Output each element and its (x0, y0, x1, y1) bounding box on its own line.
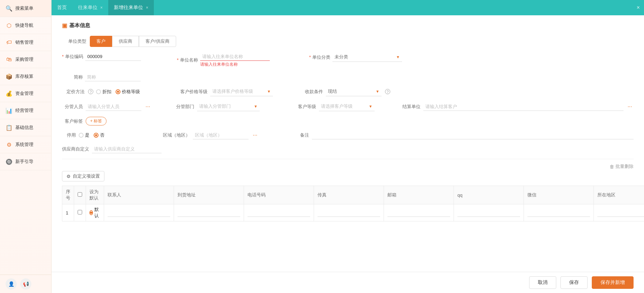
contact-table: 序号 设为默认 联系人 到货地址 电话号码 传真 邮箱 qq 微信 所在地区 操… (62, 186, 644, 221)
tab-bar: 首页 往来单位 × 新增往来单位 × × (52, 0, 644, 15)
payment-terms-select[interactable]: 现结 ▼ (326, 87, 382, 96)
cell-default: 默认 (86, 204, 104, 221)
cell-address[interactable] (174, 204, 244, 221)
row-checkbox[interactable] (78, 210, 82, 214)
sidebar-item-system[interactable]: ⚙ 系统管理 (0, 136, 51, 153)
supplier-custom-input[interactable] (92, 145, 162, 153)
form-content: ▣ 基本信息 单位类型 客户 供应商 客户/供应商 单位编码 (52, 15, 644, 272)
cell-qq[interactable] (454, 204, 524, 221)
settings-bottom-icon[interactable]: 📢 (20, 278, 31, 290)
supervisor-more-btn[interactable]: ··· (144, 104, 151, 110)
sidebar-item-search[interactable]: 🔍 搜索菜单 (0, 0, 51, 17)
tab-partners-close[interactable]: × (100, 5, 103, 10)
unit-type-both[interactable]: 客户/供应商 (139, 36, 176, 47)
sidebar-item-inventory[interactable]: 📦 库存核算 (0, 68, 51, 85)
cell-checkbox[interactable] (74, 204, 86, 221)
guide-icon: 🔘 (6, 158, 13, 165)
table-row: 1 默认 (62, 204, 644, 221)
disabled-yes[interactable]: 是 (79, 132, 89, 138)
sidebar-item-basic-info[interactable]: 📋 基础信息 (0, 119, 51, 136)
price-level-chevron-icon: ▼ (267, 89, 271, 93)
sidebar-item-purchase[interactable]: 🛍 采购管理 (0, 51, 51, 68)
save-new-button[interactable]: 保存并新增 (592, 276, 634, 289)
pricing-discount[interactable]: 折扣 (96, 89, 111, 95)
supervisor-row: 分管人员 ··· 分管部门 请输入分管部门 ▼ 客户等级 请选择客户等级 ▼ (62, 102, 634, 111)
cell-region[interactable] (594, 204, 644, 221)
disabled-label: 停用 (62, 132, 76, 138)
col-checkbox[interactable] (74, 186, 86, 204)
yes-radio[interactable] (79, 133, 84, 138)
tab-home[interactable]: 首页 (52, 0, 72, 15)
qq-input[interactable] (457, 209, 520, 217)
supervisor-input[interactable] (86, 103, 141, 111)
abbr-input[interactable] (85, 73, 141, 81)
user-avatar[interactable]: 👤 (6, 278, 17, 290)
disabled-no[interactable]: 否 (94, 132, 104, 138)
discount-radio[interactable] (96, 89, 101, 94)
pricing-level[interactable]: 价格等级 (116, 89, 140, 95)
tab-new-partner[interactable]: 新增往来单位 × (108, 0, 154, 15)
save-button[interactable]: 保存 (560, 276, 588, 289)
sales-icon: 🏷 (6, 39, 13, 46)
fax-input[interactable] (317, 209, 380, 217)
disabled-field: 停用 是 否 (62, 132, 152, 138)
customer-level-label: 客户等级 (295, 104, 316, 110)
cell-email[interactable] (384, 204, 454, 221)
table-header-row: 序号 设为默认 联系人 到货地址 电话号码 传真 邮箱 qq 微信 所在地区 操… (62, 186, 644, 204)
supplier-custom-field: 供应商自定义 (62, 145, 201, 153)
customer-level-select[interactable]: 请选择客户等级 ▼ (319, 102, 375, 111)
tab-new-partner-close[interactable]: × (146, 5, 148, 10)
cell-phone[interactable] (244, 204, 314, 221)
col-email: 邮箱 (384, 186, 454, 204)
dept-select[interactable]: 请输入分管部门 ▼ (197, 102, 260, 111)
pricing-help-icon[interactable]: ? (88, 89, 93, 94)
unit-type-supplier[interactable]: 供应商 (112, 36, 139, 47)
sidebar-item-quick-nav[interactable]: ⬡ 快捷导航 (0, 17, 51, 34)
contact-input[interactable] (108, 209, 170, 217)
finance-icon: 💰 (6, 90, 13, 97)
email-input[interactable] (387, 209, 450, 217)
default-radio[interactable] (89, 210, 93, 215)
section-title: ▣ 基本信息 (62, 22, 634, 29)
supplier-custom-row: 供应商自定义 (62, 145, 634, 153)
cancel-button[interactable]: 取消 (529, 276, 556, 289)
region-cell-input[interactable] (597, 209, 644, 217)
cell-contact[interactable] (104, 204, 174, 221)
unit-code-input[interactable] (85, 52, 141, 61)
unit-name-input[interactable] (200, 52, 270, 61)
region-input[interactable] (193, 131, 249, 139)
unit-type-customer[interactable]: 客户 (90, 36, 112, 47)
settlement-unit-input[interactable] (423, 103, 623, 111)
batch-delete-btn[interactable]: 🗑 批量删除 (610, 163, 634, 170)
region-more-btn[interactable]: ··· (251, 132, 259, 138)
sidebar-item-operations[interactable]: 📊 经营管理 (0, 102, 51, 119)
unit-category-field: 单位分类 未分类 ▼ (309, 52, 421, 62)
sidebar-item-sales[interactable]: 🏷 销售管理 (0, 34, 51, 51)
wechat-input[interactable] (527, 209, 590, 217)
note-input[interactable] (312, 131, 634, 139)
tab-partners[interactable]: 往来单位 × (72, 0, 108, 15)
footer: 取消 保存 保存并新增 (52, 272, 644, 293)
level-radio[interactable] (116, 89, 120, 94)
cell-seq: 1 (62, 204, 74, 221)
select-all-checkbox[interactable] (78, 192, 82, 197)
payment-help-icon[interactable]: ? (385, 89, 390, 94)
custom-settings-btn[interactable]: ⚙ 自定义项设置 (62, 171, 104, 181)
add-tag-btn[interactable]: + 标签 (86, 117, 107, 125)
default-radio-item[interactable]: 默认 (89, 206, 100, 219)
inventory-icon: 📦 (6, 73, 13, 80)
cell-wechat[interactable] (524, 204, 594, 221)
system-icon: ⚙ (6, 141, 13, 148)
unit-category-select[interactable]: 未分类 ▼ (332, 52, 402, 62)
sidebar-item-finance[interactable]: 💰 资金管理 (0, 85, 51, 102)
settlement-more-btn[interactable]: ··· (626, 104, 634, 110)
address-input[interactable] (178, 209, 240, 217)
tab-bar-close-all[interactable]: × (637, 5, 640, 11)
price-level-select[interactable]: 请选择客户价格等级 ▼ (210, 87, 273, 96)
disabled-radio-group: 是 否 (79, 132, 104, 138)
cell-fax[interactable] (314, 204, 384, 221)
no-radio[interactable] (94, 133, 99, 138)
unit-name-field: 单位名称 请输入往来单位名称 (177, 52, 299, 67)
phone-input[interactable] (248, 209, 310, 217)
sidebar-item-guide[interactable]: 🔘 新手引导 (0, 153, 51, 170)
